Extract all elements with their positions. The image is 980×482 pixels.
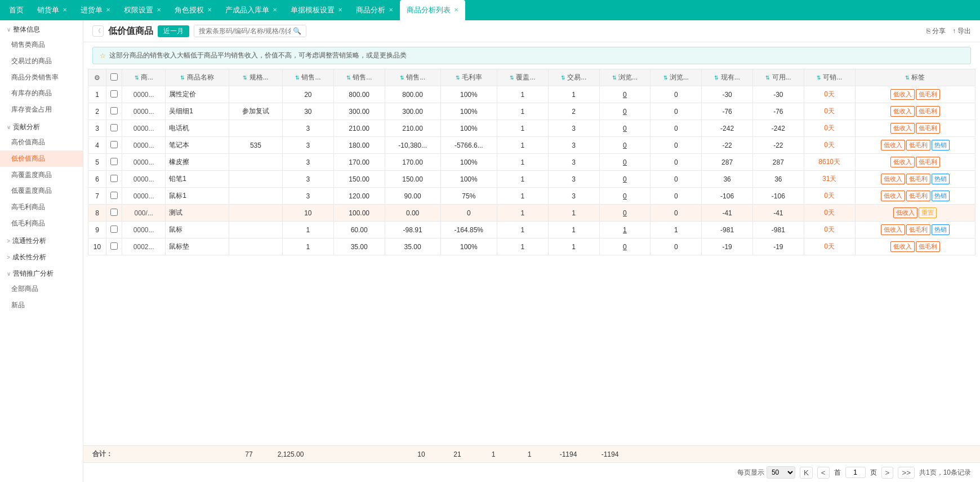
browse-count1[interactable]: 0: [599, 205, 651, 222]
row-checkbox[interactable]: [110, 242, 118, 250]
nav-analysis-list[interactable]: 商品分析列表 ✕: [400, 0, 465, 20]
sort-icon[interactable]: ⇅: [400, 75, 404, 81]
row-checkbox[interactable]: [110, 225, 118, 233]
nav-template[interactable]: 单据模板设置 ✕: [284, 0, 349, 20]
sort-icon[interactable]: ⇅: [243, 75, 247, 81]
sidebar-item-low-value[interactable]: 低价值商品: [0, 151, 83, 167]
nav-role[interactable]: 角色授权 ✕: [168, 0, 219, 20]
sidebar-group-growth[interactable]: > 成长性分析: [0, 248, 83, 264]
sort-icon[interactable]: ⇅: [561, 75, 565, 81]
export-button[interactable]: ↑ 导出: [952, 26, 971, 36]
browse-count1[interactable]: 0: [599, 137, 651, 154]
nav-warehouse[interactable]: 产成品入库单 ✕: [219, 0, 284, 20]
main-content: 《 低价值商品 近一月 🔍 ⎘ 分享 ↑ 导出 ☆ 这部分商品的销售收入大幅: [83, 20, 980, 482]
sort-icon[interactable]: ⇅: [612, 75, 617, 81]
row-checkbox[interactable]: [110, 107, 118, 114]
first-page-button[interactable]: K: [800, 467, 813, 479]
page-number-input[interactable]: [845, 467, 866, 478]
sidebar-item-new-goods[interactable]: 新品: [0, 297, 83, 313]
sale-profit: 300.00: [385, 103, 440, 120]
sale-qty: 3: [282, 154, 333, 171]
collapse-button[interactable]: 《: [92, 25, 104, 37]
browse-count1[interactable]: 0: [599, 120, 651, 137]
select-all-checkbox[interactable]: [110, 73, 118, 81]
table-row: 100002...鼠标垫135.0035.00100%1100-19-190天低…: [88, 238, 975, 255]
sort-icon[interactable]: ⇅: [346, 75, 351, 81]
sidebar-group-overall[interactable]: ∨ 整体信息: [0, 20, 83, 37]
close-icon[interactable]: ✕: [63, 0, 67, 20]
browse-count1[interactable]: 0: [599, 188, 651, 205]
nav-purchase[interactable]: 进货单 ✕: [74, 0, 117, 20]
close-icon[interactable]: ✕: [454, 0, 458, 20]
sidebar-item-low-margin[interactable]: 低毛利商品: [0, 215, 83, 232]
stock-days: 0天: [804, 120, 855, 137]
browse-count1[interactable]: 0: [599, 103, 651, 120]
header-actions: ⎘ 分享 ↑ 导出: [926, 26, 971, 36]
row-number: 8: [88, 205, 106, 222]
sidebar-item-category-sales[interactable]: 商品分类销售率: [0, 69, 83, 86]
coverage: 1: [497, 188, 548, 205]
close-icon[interactable]: ✕: [106, 0, 110, 20]
checkbox-column-header[interactable]: [106, 69, 122, 86]
row-checkbox[interactable]: [110, 124, 118, 131]
browse-count1[interactable]: 0: [599, 154, 651, 171]
sort-icon[interactable]: ⇅: [510, 75, 514, 81]
row-checkbox[interactable]: [110, 175, 118, 182]
sidebar-item-high-coverage[interactable]: 高覆盖度商品: [0, 167, 83, 183]
browse-count1[interactable]: 0: [599, 238, 651, 255]
sort-icon[interactable]: ⇅: [817, 75, 821, 81]
nav-permission[interactable]: 权限设置 ✕: [117, 0, 168, 20]
close-icon[interactable]: ✕: [207, 0, 212, 20]
sort-icon[interactable]: ⇅: [456, 75, 460, 81]
product-tags: 低收入低毛利: [855, 238, 975, 255]
share-button[interactable]: ⎘ 分享: [926, 26, 946, 36]
product-spec: [229, 86, 282, 103]
close-icon[interactable]: ✕: [273, 0, 277, 20]
product-name: 测试: [166, 205, 229, 222]
sidebar-item-all-goods[interactable]: 全部商品: [0, 281, 83, 297]
close-icon[interactable]: ✕: [338, 0, 342, 20]
search-input[interactable]: [199, 27, 291, 35]
close-icon[interactable]: ✕: [389, 0, 393, 20]
product-tags: 低收入低毛利热销: [855, 188, 975, 205]
prev-page-button[interactable]: <: [817, 467, 830, 479]
sidebar-item-high-value[interactable]: 高价值商品: [0, 134, 83, 151]
sidebar-group-marketing[interactable]: ∨ 营销推广分析: [0, 264, 83, 281]
settings-column-header[interactable]: ⚙: [88, 69, 106, 86]
sidebar-item-traded-goods[interactable]: 交易过的商品: [0, 53, 83, 69]
last-page-button[interactable]: >>: [898, 467, 915, 479]
browse-count2: 0: [651, 238, 702, 255]
sort-icon[interactable]: ⇅: [765, 75, 770, 81]
nav-sales[interactable]: 销货单 ✕: [30, 0, 74, 20]
browse-count1[interactable]: 0: [599, 171, 651, 188]
sidebar-item-stocked-goods[interactable]: 有库存的商品: [0, 85, 83, 101]
row-checkbox[interactable]: [110, 90, 118, 98]
sidebar-group-contribution[interactable]: ∨ 贡献分析: [0, 118, 83, 134]
stock-current: 36: [702, 171, 753, 188]
sidebar-item-high-margin[interactable]: 高毛利商品: [0, 199, 83, 215]
filter-recent-month[interactable]: 近一月: [158, 25, 189, 37]
row-checkbox[interactable]: [110, 141, 118, 148]
row-checkbox[interactable]: [110, 158, 118, 165]
tag-badge: 低毛利: [916, 241, 940, 252]
sort-icon[interactable]: ⇅: [714, 75, 719, 81]
nav-analysis[interactable]: 商品分析 ✕: [349, 0, 400, 20]
sort-icon[interactable]: ⇅: [295, 75, 300, 81]
sort-icon[interactable]: ⇅: [663, 75, 668, 81]
sidebar-item-low-coverage[interactable]: 低覆盖度商品: [0, 183, 83, 199]
sale-amount: 170.00: [333, 154, 385, 171]
sidebar-group-flow[interactable]: > 流通性分析: [0, 232, 83, 248]
browse-count1[interactable]: 1: [599, 222, 651, 238]
sidebar-item-sales-goods[interactable]: 销售类商品: [0, 37, 83, 53]
row-checkbox[interactable]: [110, 192, 118, 199]
per-page-select[interactable]: 50 20 100: [767, 466, 795, 479]
row-checkbox[interactable]: [110, 209, 118, 216]
sidebar-item-inventory-fund[interactable]: 库存资金占用: [0, 101, 83, 118]
close-icon[interactable]: ✕: [157, 0, 161, 20]
next-page-button[interactable]: >: [881, 467, 894, 479]
browse-count1[interactable]: 0: [599, 86, 651, 103]
nav-home[interactable]: 首页: [2, 0, 30, 20]
sort-icon[interactable]: ⇅: [905, 75, 910, 81]
sort-icon[interactable]: ⇅: [135, 75, 139, 81]
sort-icon[interactable]: ⇅: [180, 75, 185, 81]
